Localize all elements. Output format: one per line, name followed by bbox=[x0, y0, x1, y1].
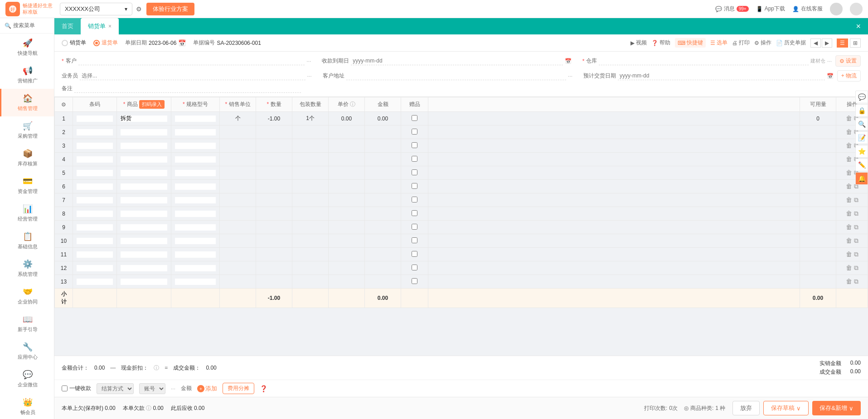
app-download-item[interactable]: 📱 App下载 bbox=[756, 5, 785, 13]
customer-dots-icon[interactable]: ··· bbox=[306, 58, 311, 64]
copy-icon[interactable]: ⧉ bbox=[854, 210, 858, 217]
cell-spec[interactable] bbox=[171, 166, 220, 180]
cell-product[interactable] bbox=[117, 153, 171, 166]
try-industry-button[interactable]: 体验行业方案 bbox=[146, 3, 194, 15]
barcode-input[interactable] bbox=[77, 183, 113, 190]
gift-checkbox[interactable] bbox=[412, 210, 417, 216]
copy-icon[interactable]: ⧉ bbox=[854, 223, 858, 231]
product-input[interactable] bbox=[121, 224, 167, 231]
spec-input[interactable] bbox=[175, 265, 216, 271]
expense-help-icon[interactable]: ❓ bbox=[260, 385, 267, 392]
scan-button[interactable]: 扫码录入 bbox=[139, 100, 165, 109]
cell-spec[interactable] bbox=[171, 180, 220, 193]
cell-gift[interactable] bbox=[401, 234, 428, 248]
list-view-button[interactable]: ☰ bbox=[837, 39, 848, 48]
product-input[interactable] bbox=[121, 238, 167, 244]
cell-spec[interactable] bbox=[171, 221, 220, 234]
calendar-icon[interactable]: 📅 bbox=[178, 39, 186, 47]
warehouse-dots-icon[interactable]: ··· bbox=[827, 58, 832, 64]
delete-icon[interactable]: 🗑 bbox=[846, 142, 852, 149]
delete-icon[interactable]: 🗑 bbox=[846, 155, 852, 163]
company-selector[interactable]: XXXXXX公司 ▾ bbox=[60, 3, 132, 15]
delete-icon[interactable]: 🗑 bbox=[846, 264, 852, 272]
addr-dots-icon[interactable]: ··· bbox=[568, 73, 572, 79]
product-input[interactable] bbox=[121, 197, 167, 203]
cell-barcode[interactable] bbox=[73, 221, 117, 234]
gift-checkbox[interactable] bbox=[412, 197, 417, 202]
price-info-icon[interactable]: ⓘ bbox=[350, 101, 355, 107]
discard-button[interactable]: 放弃 bbox=[732, 401, 760, 415]
print-action[interactable]: 🖨 打印 bbox=[732, 39, 750, 47]
cell-product[interactable] bbox=[117, 221, 171, 234]
product-input[interactable] bbox=[121, 156, 167, 163]
cell-spec[interactable] bbox=[171, 193, 220, 207]
gift-checkbox[interactable] bbox=[412, 169, 417, 175]
spec-input[interactable] bbox=[175, 251, 216, 258]
customer-addr-input[interactable] bbox=[346, 72, 567, 80]
settings-button[interactable]: ⚙ 设置 bbox=[835, 55, 861, 67]
float-note-icon[interactable]: 📝 bbox=[855, 131, 868, 144]
total-owe-info-icon[interactable]: ⓘ bbox=[146, 405, 151, 411]
tab-sales-order[interactable]: 销货单 × bbox=[81, 18, 119, 34]
save-draft-button[interactable]: 保存草稿 ∨ bbox=[763, 401, 809, 415]
cell-spec[interactable] bbox=[171, 112, 220, 125]
cell-gift[interactable] bbox=[401, 261, 428, 275]
delete-icon[interactable]: 🗑 bbox=[846, 169, 852, 177]
gift-checkbox[interactable] bbox=[412, 237, 417, 243]
cell-product[interactable] bbox=[117, 112, 171, 125]
float-star-icon[interactable]: ⭐ bbox=[855, 145, 868, 158]
online-service-item[interactable]: 👤 在线客服 bbox=[792, 5, 823, 13]
barcode-input[interactable] bbox=[77, 116, 113, 122]
cell-spec[interactable] bbox=[171, 139, 220, 153]
barcode-input[interactable] bbox=[77, 224, 113, 231]
cell-barcode[interactable] bbox=[73, 180, 117, 193]
grid-view-button[interactable]: ⊞ bbox=[850, 39, 861, 48]
product-input[interactable] bbox=[121, 129, 167, 135]
payment-due-input[interactable] bbox=[351, 57, 563, 65]
cell-gift[interactable] bbox=[401, 193, 428, 207]
delete-icon[interactable]: 🗑 bbox=[846, 278, 852, 285]
copy-icon[interactable]: ⧉ bbox=[854, 278, 858, 285]
float-lock-icon[interactable]: 🔒 bbox=[855, 104, 868, 117]
gift-checkbox[interactable] bbox=[412, 224, 417, 230]
save-new-button[interactable]: 保存&新增 ∨ bbox=[812, 401, 861, 415]
barcode-input[interactable] bbox=[77, 129, 113, 135]
delete-icon[interactable]: 🗑 bbox=[846, 115, 852, 122]
cell-product[interactable] bbox=[117, 261, 171, 275]
delete-icon[interactable]: 🗑 bbox=[846, 196, 852, 204]
spec-input[interactable] bbox=[175, 129, 216, 135]
select-action[interactable]: ☰ 选单 bbox=[710, 39, 727, 47]
operation-action[interactable]: ⚙ 操作 bbox=[754, 39, 771, 47]
cell-barcode[interactable] bbox=[73, 193, 117, 207]
delete-icon[interactable]: 🗑 bbox=[846, 237, 852, 245]
sidebar-item-wechat[interactable]: 💬 企业微信 bbox=[0, 365, 54, 393]
sidebar-item-sales[interactable]: 🏠 销售管理 bbox=[0, 89, 54, 116]
cell-barcode[interactable] bbox=[73, 275, 117, 289]
cell-barcode[interactable] bbox=[73, 234, 117, 248]
account-select[interactable]: 账号 bbox=[139, 383, 165, 394]
float-chat-icon[interactable]: 💬 bbox=[855, 91, 868, 103]
video-action[interactable]: ▶ 视频 bbox=[630, 39, 647, 47]
barcode-input[interactable] bbox=[77, 265, 113, 271]
barcode-input[interactable] bbox=[77, 143, 113, 149]
cell-gift[interactable] bbox=[401, 248, 428, 261]
gift-checkbox[interactable] bbox=[412, 183, 417, 189]
barcode-input[interactable] bbox=[77, 197, 113, 203]
delete-icon[interactable]: 🗑 bbox=[846, 210, 852, 217]
product-input[interactable] bbox=[121, 116, 167, 122]
salesperson-dots-icon[interactable]: ··· bbox=[307, 73, 312, 79]
cell-spec[interactable] bbox=[171, 275, 220, 289]
next-page-button[interactable]: ▶ bbox=[822, 39, 832, 48]
message-item[interactable]: 💬 消息 99+ bbox=[715, 5, 749, 13]
payment-due-calendar-icon[interactable]: 📅 bbox=[565, 58, 572, 64]
prev-page-button[interactable]: ◀ bbox=[810, 39, 821, 48]
cell-product[interactable] bbox=[117, 248, 171, 261]
delivery-calendar-icon[interactable]: 📅 bbox=[827, 73, 834, 79]
radio-product-type[interactable]: ◎ bbox=[684, 405, 689, 411]
sidebar-item-inventory[interactable]: 📦 库存核算 bbox=[0, 144, 54, 172]
shortcut-action[interactable]: ⌨ 快捷键 bbox=[675, 38, 706, 48]
barcode-input[interactable] bbox=[77, 251, 113, 258]
cell-product[interactable] bbox=[117, 275, 171, 289]
help-circle-icon[interactable]: ⓘ bbox=[154, 364, 159, 372]
cell-barcode[interactable] bbox=[73, 207, 117, 221]
